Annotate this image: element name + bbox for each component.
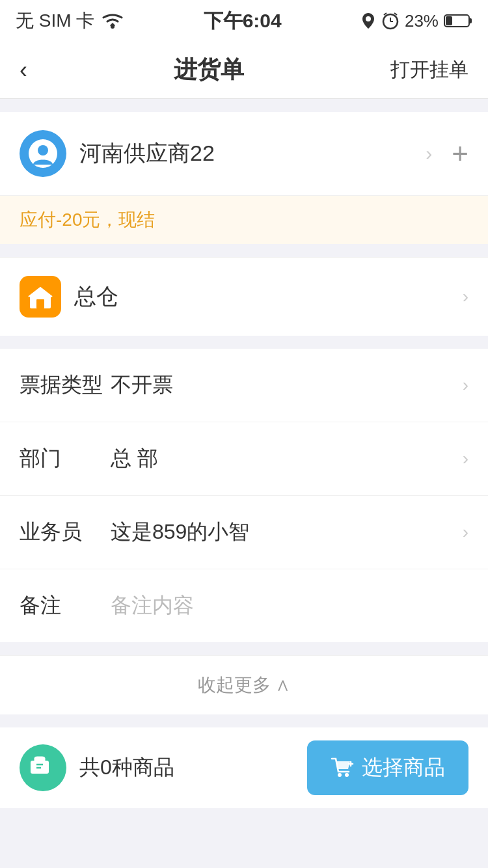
department-value: 总 部 bbox=[111, 444, 463, 473]
battery-text: 23% bbox=[405, 11, 439, 31]
form-section: 票据类型 不开票 › 部门 总 部 › 业务员 这是859的小智 › 备注 备注… bbox=[0, 349, 488, 642]
department-row[interactable]: 部门 总 部 › bbox=[0, 422, 488, 496]
gap-1 bbox=[0, 99, 488, 112]
battery-icon bbox=[444, 14, 472, 28]
svg-rect-8 bbox=[469, 18, 472, 23]
collapse-row[interactable]: 收起更多 ∧ bbox=[0, 655, 488, 714]
svg-line-6 bbox=[394, 13, 397, 15]
sim-text: 无 SIM 卡 bbox=[16, 8, 94, 33]
salesperson-label: 业务员 bbox=[20, 518, 111, 547]
warehouse-name: 总仓 bbox=[74, 282, 463, 312]
location-icon bbox=[360, 12, 376, 30]
open-pending-button[interactable]: 打开挂单 bbox=[390, 57, 468, 83]
invoice-chevron-icon: › bbox=[463, 375, 468, 396]
select-btn-label: 选择商品 bbox=[362, 753, 445, 782]
alarm-icon bbox=[381, 12, 400, 30]
select-product-button[interactable]: 选择商品 bbox=[307, 740, 468, 795]
warehouse-chevron-icon: › bbox=[463, 286, 468, 307]
invoice-label: 票据类型 bbox=[20, 371, 111, 400]
avatar-icon bbox=[29, 139, 57, 168]
supplier-avatar bbox=[20, 130, 66, 177]
notice-bar: 应付-20元，现结 bbox=[0, 196, 488, 244]
status-time: 下午6:04 bbox=[204, 8, 282, 34]
svg-line-5 bbox=[384, 13, 386, 15]
department-chevron-icon: › bbox=[463, 448, 468, 469]
page-background bbox=[0, 808, 488, 868]
status-left: 无 SIM 卡 bbox=[16, 8, 124, 33]
add-supplier-button[interactable]: + bbox=[452, 139, 468, 168]
product-count: 共0种商品 bbox=[79, 753, 307, 782]
salesperson-row[interactable]: 业务员 这是859的小智 › bbox=[0, 496, 488, 569]
svg-point-0 bbox=[111, 25, 115, 29]
page-title: 进货单 bbox=[174, 54, 244, 86]
bottom-bar: 共0种商品 选择商品 bbox=[0, 727, 488, 808]
salesperson-value: 这是859的小智 bbox=[111, 518, 463, 547]
warehouse-icon bbox=[27, 285, 53, 308]
notice-text: 应付-20元，现结 bbox=[20, 210, 155, 230]
supplier-section: 河南供应商22 › + 应付-20元，现结 bbox=[0, 112, 488, 244]
supplier-name: 河南供应商22 bbox=[79, 139, 426, 169]
invoice-type-row[interactable]: 票据类型 不开票 › bbox=[0, 349, 488, 422]
warehouse-section: 总仓 › bbox=[0, 257, 488, 336]
department-label: 部门 bbox=[20, 444, 111, 473]
remark-label: 备注 bbox=[20, 591, 111, 620]
gap-2 bbox=[0, 244, 488, 257]
nav-bar: ‹ 进货单 打开挂单 bbox=[0, 42, 488, 99]
remark-input[interactable]: 备注内容 bbox=[111, 591, 468, 620]
remark-row[interactable]: 备注 备注内容 bbox=[0, 569, 488, 642]
invoice-value: 不开票 bbox=[111, 371, 463, 400]
product-cart-icon bbox=[29, 755, 57, 780]
product-icon-wrap bbox=[20, 744, 66, 791]
warehouse-icon-wrap bbox=[20, 276, 61, 318]
collapse-label: 收起更多 ∧ bbox=[198, 675, 291, 695]
svg-point-16 bbox=[338, 773, 342, 777]
salesperson-chevron-icon: › bbox=[463, 522, 468, 543]
select-cart-icon bbox=[331, 757, 354, 778]
back-button[interactable]: ‹ bbox=[20, 57, 27, 84]
supplier-row[interactable]: 河南供应商22 › + bbox=[0, 112, 488, 196]
status-right: 23% bbox=[360, 11, 472, 31]
status-bar: 无 SIM 卡 下午6:04 23% bbox=[0, 0, 488, 42]
warehouse-row[interactable]: 总仓 › bbox=[0, 257, 488, 336]
svg-point-17 bbox=[345, 773, 349, 777]
svg-rect-12 bbox=[36, 299, 44, 308]
wifi-icon bbox=[101, 12, 124, 29]
svg-point-1 bbox=[366, 16, 371, 21]
supplier-chevron-icon: › bbox=[426, 142, 432, 165]
svg-rect-9 bbox=[446, 16, 452, 25]
svg-point-10 bbox=[38, 145, 48, 156]
